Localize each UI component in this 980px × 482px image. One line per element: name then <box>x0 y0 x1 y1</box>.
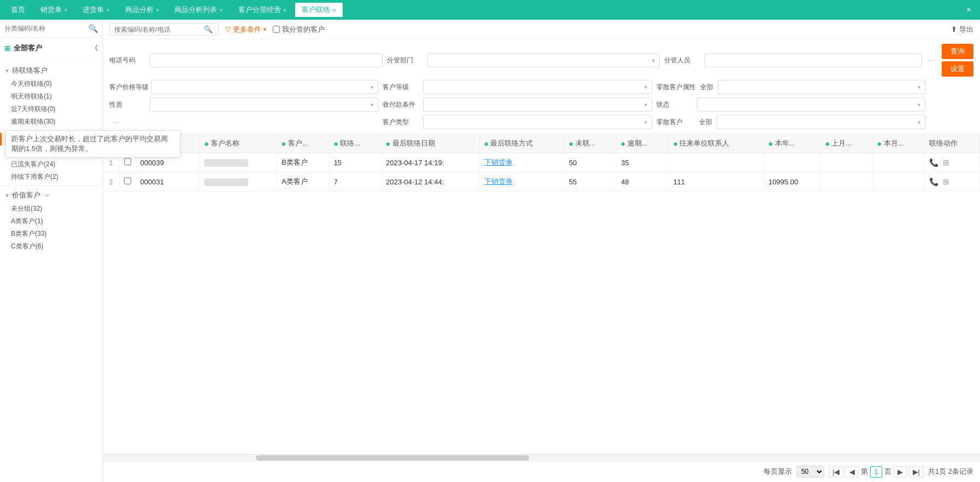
sidebar-search-icon: 🔍 <box>89 24 98 33</box>
retail-attr-select[interactable]: ▾ <box>718 80 925 94</box>
value-group-title[interactable]: ▼ 价值客户 ✏ <box>0 188 102 202</box>
nav-sales[interactable]: 销货单 × <box>34 3 74 17</box>
sort-icon: ◆ <box>621 141 625 147</box>
sidebar-item-tomorrow[interactable]: 明天待联络(1) <box>0 90 102 103</box>
row-last-month-1 <box>820 153 872 172</box>
dept-select[interactable]: ▾ <box>427 53 660 67</box>
first-page-button[interactable]: |◀ <box>829 466 843 478</box>
setting-button[interactable]: 设置 <box>942 61 973 77</box>
edit-icon[interactable]: ✏ <box>45 192 50 199</box>
nav-customer-contact[interactable]: 客户联络 × <box>295 3 342 17</box>
nav-purchase[interactable]: 进货单 × <box>76 3 116 17</box>
price-level-select[interactable]: ▾ <box>151 80 378 94</box>
nav-product-analysis[interactable]: 商品分析 × <box>119 3 166 17</box>
close-icon[interactable]: × <box>156 7 159 13</box>
table-header: ⚙ ◆ 客户编码 ◆ 客户名称 <box>103 134 980 153</box>
sidebar-item-overdue[interactable]: 逾期未联络(30) <box>0 115 102 128</box>
col-contact: ◆ 联络... <box>329 134 381 153</box>
nav-product-list[interactable]: 商品分析列表 × <box>168 3 229 17</box>
dots-icon[interactable]: ··· <box>924 55 937 66</box>
query-button[interactable]: 查询 <box>942 44 973 59</box>
sort-icon: ◆ <box>825 141 830 147</box>
next-page-button[interactable]: ▶ <box>894 466 907 478</box>
last-method-link-2[interactable]: 下销货单 <box>484 177 513 185</box>
current-page: 1 <box>870 466 882 478</box>
nav-customer-tier[interactable]: 客户分层经营 × <box>232 3 293 17</box>
waiting-group-title[interactable]: ▼ 待联络客户 <box>0 63 102 78</box>
sidebar-item-class-a[interactable]: A类客户(1) <box>0 215 102 228</box>
manager-select[interactable] <box>705 53 922 67</box>
sidebar-search-area: 🔍 <box>0 20 102 38</box>
row-contact-2: 7 <box>329 172 381 191</box>
sidebar-item-class-b[interactable]: B类客户(33) <box>0 228 102 240</box>
row-checkbox-1[interactable] <box>124 158 131 165</box>
masked-name-1 <box>204 159 248 167</box>
sort-icon: ◆ <box>484 141 489 147</box>
my-customers-check[interactable] <box>273 26 280 33</box>
filter-phone: 电话号码 <box>109 53 383 67</box>
last-page-button[interactable]: ▶| <box>909 466 924 478</box>
close-icon-active[interactable]: × <box>332 7 336 13</box>
filter-manager: 分管人员 ··· <box>664 53 937 67</box>
close-icon[interactable]: × <box>283 7 286 13</box>
more-conditions-button[interactable]: ▽ 更多条件 ▾ <box>225 25 266 34</box>
sidebar-item-churned[interactable]: 已流失客户(24) <box>0 158 102 171</box>
data-table-container: ⚙ ◆ 客户编码 ◆ 客户名称 <box>103 134 980 454</box>
phone-action-icon-1[interactable]: 📞 <box>929 158 938 167</box>
horizontal-scrollbar[interactable] <box>103 454 980 461</box>
payment-select[interactable]: ▾ <box>423 97 652 112</box>
close-icon[interactable]: × <box>219 7 222 13</box>
window-close-button[interactable]: × <box>962 3 976 17</box>
more-options-dots[interactable]: ··· <box>109 117 122 127</box>
row-action-2: 📞 ⊞ <box>925 172 980 191</box>
row-action-1: 📞 ⊞ <box>925 153 980 172</box>
status-select[interactable]: ▾ <box>697 97 925 112</box>
filter-price-level: 客户价格等级 ▾ <box>109 80 378 94</box>
more-action-icon-1[interactable]: ⊞ <box>943 158 949 167</box>
last-method-link-1[interactable]: 下销货单 <box>484 158 513 166</box>
chevron-down-icon: ▾ <box>918 119 920 125</box>
close-icon[interactable]: × <box>106 7 109 13</box>
sidebar-item-ungroup[interactable]: 未分组(32) <box>0 202 102 215</box>
row-this-year-2: 10995.00 <box>764 172 820 191</box>
filter-search-input[interactable] <box>114 26 202 33</box>
prev-page-button[interactable]: ◀ <box>846 466 859 478</box>
retail-customer-select[interactable]: ▾ <box>717 115 925 129</box>
row-contact-1: 15 <box>329 153 381 172</box>
phone-action-icon-2[interactable]: 📞 <box>929 177 938 186</box>
customer-type-select[interactable]: ▾ <box>423 115 652 129</box>
sidebar-item-declining[interactable]: 持续下滑客户(2) <box>0 171 102 183</box>
more-action-icon-2[interactable]: ⊞ <box>943 177 949 186</box>
filter-row-3: 性质 ▾ 收付款条件 ▾ 状态 <box>109 97 973 112</box>
customer-level-select[interactable]: ▾ <box>423 80 652 94</box>
nav-home[interactable]: 首页 <box>4 3 32 17</box>
close-icon[interactable]: × <box>64 7 67 13</box>
sidebar-item-today[interactable]: 今天待联络(0) <box>0 78 102 90</box>
sidebar-collapse-btn[interactable]: 《 <box>91 44 98 53</box>
sidebar-item-7days[interactable]: 近7天待联络(0) <box>0 103 102 115</box>
sidebar-search-input[interactable] <box>4 25 86 32</box>
col-this-month: ◆ 本月... <box>873 134 925 153</box>
my-customers-checkbox[interactable]: 我分管的客户 <box>273 25 325 34</box>
page-label: 第 <box>861 467 868 477</box>
row-this-year-1 <box>764 153 820 172</box>
row-uncontact-1: 50 <box>564 153 616 172</box>
phone-input[interactable] <box>150 53 383 67</box>
chevron-down-icon: ▾ <box>263 26 266 32</box>
filter-icon: ▽ <box>225 25 231 33</box>
per-page-select[interactable]: 50 100 200 <box>796 466 824 478</box>
scrollbar-thumb[interactable] <box>256 455 529 461</box>
row-checkbox-2[interactable] <box>124 177 131 184</box>
all-customers-title[interactable]: ⊞ 全部客户 《 <box>4 41 98 55</box>
filter-status: 状态 ▾ <box>656 97 925 112</box>
nature-select[interactable]: ▾ <box>150 97 378 112</box>
row-last-date-2: 2023-04-12 14:44: <box>382 172 480 191</box>
export-button[interactable]: ⬆ 导出 <box>951 25 973 34</box>
sidebar: 🔍 ⊞ 全部客户 《 ▼ 待联络客户 今天待联络(0) 明天待联络(1) 近7天… <box>0 20 103 482</box>
sidebar-item-class-c[interactable]: C类客户(6) <box>0 240 102 253</box>
filter-retail-customer: 零散客户 全部 ▾ <box>656 115 925 129</box>
sort-icon: ◆ <box>768 141 773 147</box>
row-overdue-2: 48 <box>617 172 668 191</box>
page-unit: 页 <box>884 467 891 477</box>
sidebar-divider-3 <box>0 185 102 186</box>
